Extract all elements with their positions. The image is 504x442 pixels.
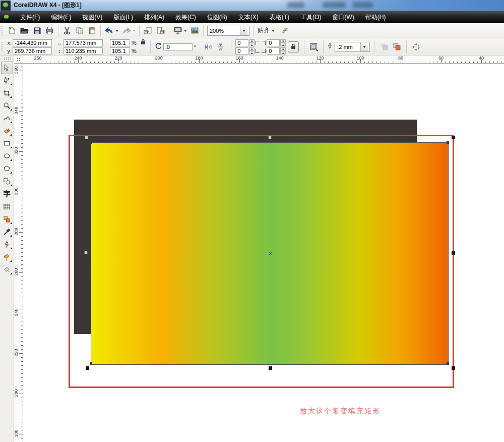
menu-file[interactable]: 文件(F) (15, 12, 45, 23)
snap-to-button[interactable]: 贴齐 (256, 25, 279, 36)
interactive-fill-tool[interactable] (1, 263, 13, 276)
selection-handle-bottom-middle[interactable] (269, 366, 272, 370)
snap-dropdown-caret[interactable] (272, 30, 275, 32)
new-document-button[interactable] (6, 25, 18, 37)
redo-dropdown-caret[interactable] (133, 30, 136, 32)
corner-radius-top-right-field[interactable] (267, 39, 280, 46)
toolbar-grip[interactable] (1, 26, 4, 36)
horizontal-ruler[interactable]: 260240220200180160140120100806040 (23, 56, 504, 64)
x-position-field[interactable] (13, 39, 52, 46)
print-button[interactable] (43, 25, 56, 37)
spinner[interactable]: ▼▲ (249, 47, 255, 54)
corner-node[interactable] (90, 141, 92, 144)
edit-corners-together-button[interactable] (288, 41, 299, 52)
selection-handle-bottom-left[interactable] (86, 366, 89, 370)
zoom-tool[interactable] (1, 99, 13, 112)
selection-handle-top-left[interactable] (85, 136, 88, 139)
application-launcher-button[interactable] (171, 25, 184, 37)
coreldraw-window: CorelDRAW X4 - [图形1] 文件(F) 编辑(E) 视图(V) 版… (0, 0, 504, 442)
to-back-button[interactable] (391, 41, 403, 53)
outline-width-combobox[interactable] (335, 42, 370, 52)
selection-handle-middle-right[interactable] (452, 251, 455, 255)
scale-height-field[interactable] (110, 47, 130, 54)
text-tool[interactable]: 字 (1, 188, 13, 200)
menu-edit[interactable]: 编辑(E) (45, 12, 77, 23)
zoom-dropdown-button[interactable] (240, 26, 247, 35)
corner-node[interactable] (90, 362, 92, 365)
polygon-tool[interactable] (1, 162, 13, 175)
copy-button[interactable] (73, 25, 86, 37)
zoom-level-input[interactable] (208, 26, 240, 35)
scale-group: % % (110, 39, 146, 54)
property-bar-grip[interactable] (1, 42, 4, 52)
undo-button[interactable] (103, 25, 115, 37)
wrap-paragraph-text-button[interactable] (307, 41, 320, 53)
spinner[interactable]: ▼▲ (280, 39, 286, 46)
basic-shapes-tool[interactable] (1, 175, 13, 188)
menu-bitmaps[interactable]: 位图(B) (202, 12, 233, 23)
selection-handle-middle-left[interactable] (84, 251, 88, 254)
lock-ratio-icon[interactable] (140, 39, 146, 47)
selection-handle-bottom-right[interactable] (452, 366, 455, 370)
outline-width-dropdown[interactable] (360, 42, 368, 51)
table-tool[interactable] (1, 200, 13, 213)
mirror-vertical-button[interactable] (214, 41, 227, 53)
fill-tool[interactable] (1, 251, 13, 263)
rectangle-tool[interactable] (1, 137, 13, 150)
menu-table[interactable]: 表格(T) (264, 12, 295, 23)
freehand-tool[interactable] (1, 112, 13, 125)
save-button[interactable] (31, 25, 43, 37)
object-center-marker[interactable]: ✕ (268, 251, 273, 256)
ruler-origin[interactable] (14, 56, 23, 64)
menu-window[interactable]: 窗口(W) (327, 12, 359, 23)
redo-button[interactable] (120, 25, 133, 37)
spinner[interactable]: ▼▲ (280, 47, 286, 54)
eyedropper-tool[interactable] (1, 226, 13, 238)
menu-effects[interactable]: 效果(C) (170, 12, 202, 23)
open-button[interactable] (18, 25, 31, 37)
outline-width-input[interactable] (335, 42, 360, 51)
import-button[interactable] (142, 25, 154, 37)
menu-text[interactable]: 文本(X) (233, 12, 264, 23)
corner-radius-bottom-left-field[interactable] (235, 47, 248, 54)
selection-handle-top-middle[interactable] (268, 136, 272, 139)
menu-arrange[interactable]: 排列(A) (139, 12, 170, 23)
object-height-field[interactable] (64, 47, 103, 54)
shape-tool[interactable] (1, 74, 13, 87)
vertical-ruler[interactable]: 360340320300280260240220200180 (14, 64, 23, 442)
outline-pen-tool[interactable] (1, 238, 13, 251)
cut-button[interactable] (60, 25, 73, 37)
pick-tool[interactable] (1, 62, 13, 74)
interactive-blend-tool[interactable] (1, 213, 13, 226)
toolbox-grip[interactable] (4, 57, 11, 60)
undo-dropdown-caret[interactable] (115, 30, 118, 32)
object-width-field[interactable] (64, 39, 103, 46)
drawing-canvas[interactable]: ✕ 放大这个渐变填充矩形 (23, 64, 504, 442)
corner-radius-bottom-right-field[interactable] (267, 47, 280, 54)
menu-view[interactable]: 视图(V) (77, 12, 108, 23)
zoom-level-combobox[interactable] (207, 26, 249, 36)
ellipse-tool[interactable] (1, 150, 13, 162)
spinner[interactable]: ▼▲ (249, 39, 255, 46)
document-icon (2, 13, 11, 22)
y-position-field[interactable] (13, 47, 52, 54)
menu-layout[interactable]: 版面(L) (108, 12, 139, 23)
paste-button[interactable] (86, 25, 98, 37)
corner-radius-top-left-field[interactable] (235, 39, 248, 46)
menu-help[interactable]: 帮助(H) (360, 12, 392, 23)
smart-fill-tool[interactable] (1, 125, 13, 137)
scale-width-field[interactable] (110, 39, 130, 46)
rotation-angle-field[interactable] (163, 43, 193, 50)
options-button[interactable] (279, 25, 291, 37)
corner-node[interactable] (447, 362, 449, 365)
menu-tools[interactable]: 工具(O) (295, 12, 327, 23)
export-button[interactable] (154, 25, 167, 37)
mirror-horizontal-button[interactable] (202, 41, 214, 53)
convert-to-curves-button[interactable] (410, 41, 422, 53)
welcome-screen-button[interactable] (188, 25, 201, 37)
crop-tool[interactable] (1, 87, 13, 99)
launcher-dropdown-caret[interactable] (184, 30, 187, 32)
corner-node[interactable] (447, 141, 449, 144)
to-front-button[interactable] (378, 41, 391, 53)
selection-handle-top-right[interactable] (452, 136, 455, 139)
